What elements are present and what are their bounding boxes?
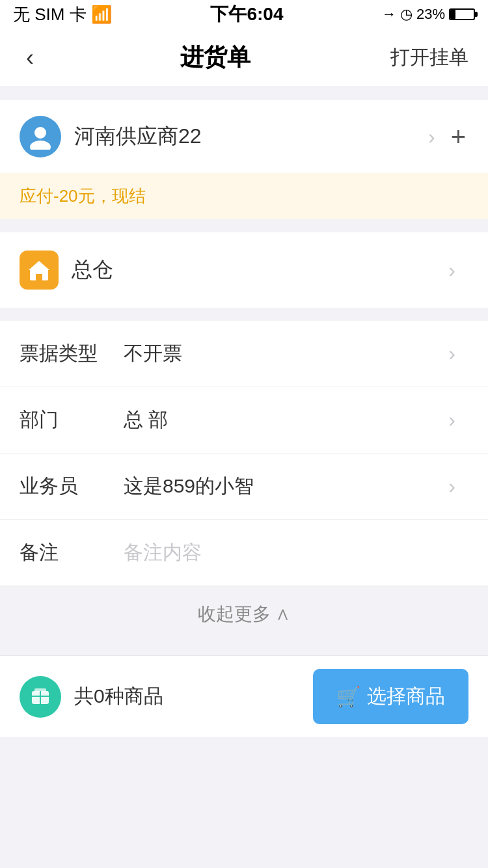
select-product-button[interactable]: 🛒 选择商品 (313, 669, 468, 724)
warehouse-icon (20, 251, 59, 290)
section-gap-1 (0, 87, 488, 100)
page-background (0, 737, 488, 868)
product-count: 共0种商品 (74, 683, 313, 710)
salesperson-chevron: › (448, 474, 455, 498)
remark-row[interactable]: 备注 备注内容 (0, 519, 488, 586)
remark-label: 备注 (20, 539, 111, 566)
back-button[interactable]: ‹ (20, 38, 40, 78)
chevron-right-icon: › (428, 125, 435, 149)
collapse-button[interactable]: 收起更多 ∧ (0, 586, 488, 642)
select-product-label: 选择商品 (367, 683, 445, 710)
salesperson-row[interactable]: 业务员 这是859的小智 › (0, 453, 488, 519)
warehouse-label: 总仓 (72, 256, 448, 284)
bottom-bar: 共0种商品 🛒 选择商品 (0, 655, 488, 737)
form-section: 票据类型 不开票 › 部门 总 部 › 业务员 这是859的小智 › 备注 备注… (0, 321, 488, 642)
supplier-row[interactable]: 河南供应商22 › + (0, 100, 488, 173)
section-gap-3 (0, 308, 488, 321)
open-pending-button[interactable]: 打开挂单 (390, 44, 468, 71)
warning-text: 应付-20元，现结 (20, 186, 146, 206)
salesperson-value: 这是859的小智 (124, 473, 448, 500)
warehouse-section: 总仓 › (0, 232, 488, 308)
warehouse-row[interactable]: 总仓 › (0, 232, 488, 308)
alarm-icon: ◷ (400, 6, 413, 23)
supplier-section: 河南供应商22 › + 应付-20元，现结 (0, 100, 488, 219)
status-bar: 无 SIM 卡 📶 下午6:04 → ◷ 23% (0, 0, 488, 29)
supplier-avatar (20, 116, 61, 157)
remark-placeholder[interactable]: 备注内容 (124, 539, 468, 566)
section-gap-2 (0, 219, 488, 232)
ticket-type-chevron: › (448, 342, 455, 366)
status-bar-carrier: 无 SIM 卡 📶 (13, 3, 112, 26)
page-title: 进货单 (180, 42, 251, 74)
department-row[interactable]: 部门 总 部 › (0, 387, 488, 453)
svg-rect-4 (36, 274, 42, 280)
svg-point-0 (34, 127, 46, 139)
salesperson-label: 业务员 (20, 473, 111, 500)
department-value: 总 部 (124, 407, 448, 433)
add-supplier-button[interactable]: + (448, 122, 468, 152)
department-label: 部门 (20, 407, 111, 433)
status-bar-time: 下午6:04 (210, 2, 283, 27)
ticket-type-value: 不开票 (124, 340, 448, 367)
ticket-type-label: 票据类型 (20, 340, 111, 367)
warehouse-chevron-icon: › (448, 258, 455, 282)
select-product-icon: 🛒 (336, 685, 360, 708)
nav-bar: ‹ 进货单 打开挂单 (0, 29, 488, 87)
battery-icon (449, 8, 475, 20)
svg-marker-3 (29, 261, 49, 270)
status-bar-right: → ◷ 23% (382, 6, 475, 23)
department-chevron: › (448, 408, 455, 432)
supplier-name: 河南供应商22 (74, 122, 428, 151)
location-icon: → (382, 6, 396, 23)
svg-point-1 (30, 141, 51, 150)
product-icon (20, 676, 61, 718)
battery-percent: 23% (416, 6, 445, 23)
warning-banner: 应付-20元，现结 (0, 173, 488, 219)
ticket-type-row[interactable]: 票据类型 不开票 › (0, 321, 488, 387)
